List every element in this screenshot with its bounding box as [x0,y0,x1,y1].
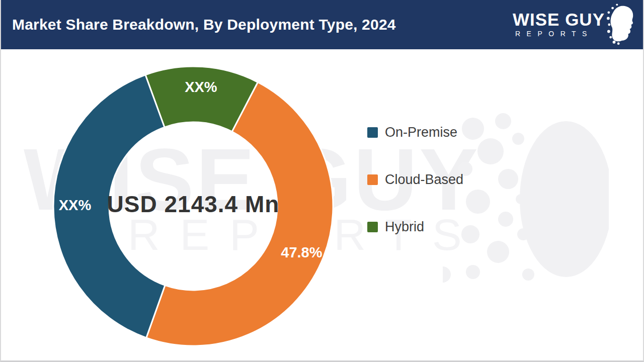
logo-wordmark: WISE GUY [513,11,605,29]
slice-label-cloud-based: 47.8% [281,244,322,260]
logo-face-icon [607,3,636,45]
chart-legend: On-Premise Cloud-Based Hybrid [367,125,463,235]
page-title: Market Share Breakdown, By Deployment Ty… [1,16,396,33]
chart-area: WISE GUY REPORTS XX%47.8%XX% USD 2143.4 … [1,49,643,360]
slice-label-hybrid: XX% [185,79,217,95]
watermark-face-graphic [443,109,609,295]
legend-label: Hybrid [385,219,424,235]
legend-label: Cloud-Based [385,172,463,188]
header-bar: Market Share Breakdown, By Deployment Ty… [1,0,643,49]
wise-guy-reports-logo: WISE GUY REPORTS [513,3,636,45]
legend-swatch-cloud-based [367,174,378,185]
donut-center-value: USD 2143.4 Mn [67,191,319,218]
legend-swatch-hybrid [367,222,378,232]
legend-item-cloud-based: Cloud-Based [367,172,463,188]
legend-item-on-premise: On-Premise [367,125,463,140]
logo-subtitle: REPORTS [513,30,605,38]
legend-swatch-on-premise [367,127,378,138]
legend-item-hybrid: Hybrid [367,219,463,235]
infographic-frame: Market Share Breakdown, By Deployment Ty… [0,0,644,362]
legend-label: On-Premise [385,125,457,140]
